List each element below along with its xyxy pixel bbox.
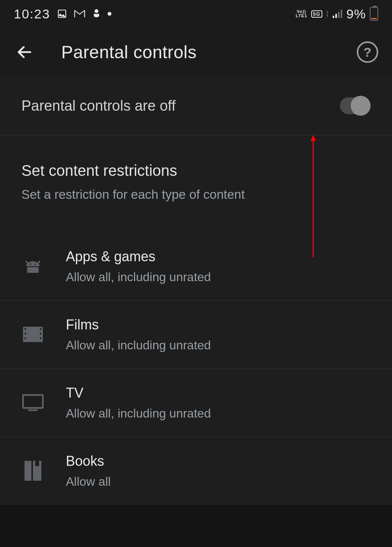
back-button[interactable] <box>14 41 35 63</box>
svg-point-1 <box>95 9 98 13</box>
tv-icon <box>21 391 44 414</box>
item-text: TV Allow all, including unrated <box>66 385 211 421</box>
svg-point-8 <box>35 264 36 265</box>
status-time: 10:23 <box>14 7 50 21</box>
switch-thumb <box>351 96 371 116</box>
list-item-apps-games[interactable]: Apps & games Allow all, including unrate… <box>0 233 392 301</box>
item-text: Books Allow all <box>66 453 111 489</box>
app-notification-icon <box>92 9 101 19</box>
svg-rect-2 <box>333 16 334 18</box>
network-5g-badge: 5G <box>311 10 322 18</box>
section-subtitle: Set a restriction for each type of conte… <box>21 186 371 203</box>
svg-rect-16 <box>40 337 41 339</box>
parental-controls-switch[interactable] <box>340 97 371 114</box>
section-header: Set content restrictions Set a restricti… <box>0 135 392 217</box>
status-bar: 10:23 Vo)) LTE1 5G ↓↑ 9% <box>0 0 392 28</box>
svg-rect-12 <box>24 333 26 334</box>
more-notifications-dot <box>108 12 111 16</box>
svg-point-7 <box>30 264 31 265</box>
svg-rect-4 <box>338 12 340 18</box>
item-subtitle: Allow all, including unrated <box>66 270 211 284</box>
svg-rect-15 <box>40 333 41 334</box>
toggle-label: Parental controls are off <box>21 98 176 114</box>
item-subtitle: Allow all, including unrated <box>66 338 211 352</box>
volte-indicator: Vo)) LTE1 <box>296 10 307 18</box>
battery-percent: 9% <box>346 7 366 21</box>
list-item-tv[interactable]: TV Allow all, including unrated <box>0 369 392 437</box>
android-icon <box>21 255 44 278</box>
status-left: 10:23 <box>14 7 111 21</box>
book-icon <box>21 459 44 482</box>
screen: 10:23 Vo)) LTE1 5G ↓↑ 9% <box>0 0 392 505</box>
arrow-left-icon <box>16 43 33 61</box>
svg-rect-9 <box>27 267 39 273</box>
image-icon <box>57 9 67 19</box>
battery-icon <box>370 7 378 21</box>
film-icon <box>21 323 44 346</box>
item-subtitle: Allow all, including unrated <box>66 406 211 421</box>
item-title: Books <box>66 453 111 469</box>
item-title: Films <box>66 317 211 333</box>
svg-rect-13 <box>24 337 26 339</box>
gmail-icon <box>74 10 85 18</box>
svg-rect-19 <box>24 461 31 481</box>
item-text: Films Allow all, including unrated <box>66 317 211 352</box>
restrictions-list: Apps & games Allow all, including unrate… <box>0 217 392 505</box>
list-item-films[interactable]: Films Allow all, including unrated <box>0 301 392 369</box>
data-arrows-icon: ↓↑ <box>326 10 329 18</box>
item-title: TV <box>66 385 211 401</box>
item-text: Apps & games Allow all, including unrate… <box>66 249 211 284</box>
status-right: Vo)) LTE1 5G ↓↑ 9% <box>296 7 378 21</box>
app-bar: Parental controls ? <box>0 28 392 77</box>
parental-controls-toggle-row[interactable]: Parental controls are off <box>0 77 392 135</box>
signal-icon <box>333 10 343 18</box>
svg-rect-3 <box>335 14 337 18</box>
svg-rect-17 <box>23 395 43 408</box>
question-mark-icon: ? <box>364 45 372 60</box>
section-title: Set content restrictions <box>21 162 371 179</box>
help-button[interactable]: ? <box>357 41 378 63</box>
item-subtitle: Allow all <box>66 475 111 489</box>
content: Parental controls are off Set content re… <box>0 77 392 505</box>
svg-rect-14 <box>40 328 41 330</box>
svg-rect-11 <box>24 328 26 330</box>
item-title: Apps & games <box>66 249 211 265</box>
svg-rect-5 <box>341 10 342 18</box>
page-title: Parental controls <box>61 42 338 62</box>
volte-bottom: LTE1 <box>296 14 307 18</box>
list-item-books[interactable]: Books Allow all <box>0 437 392 505</box>
svg-rect-21 <box>35 461 39 466</box>
